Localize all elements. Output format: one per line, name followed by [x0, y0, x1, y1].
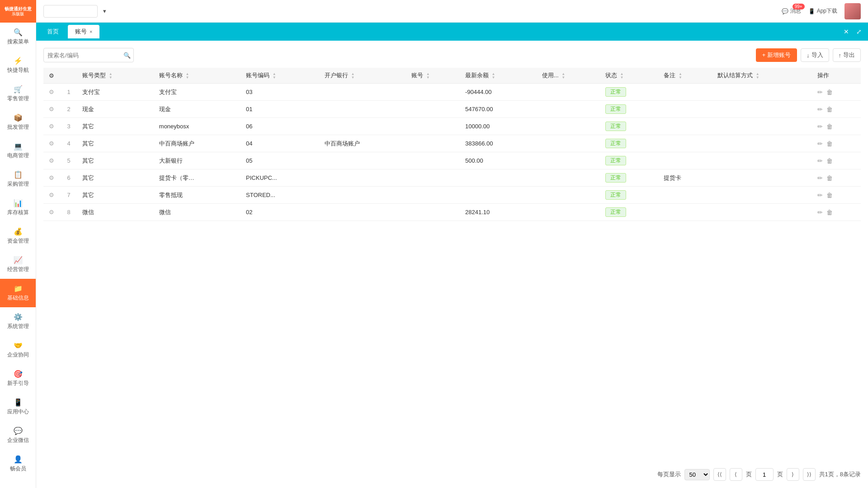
row-bank-0: [320, 84, 407, 101]
edit-button-0[interactable]: ✏: [817, 89, 823, 96]
table-row: ⚙ 3 其它 moneybosx 06 10000.00 正常 ✏ 🗑: [43, 118, 861, 135]
tab-close-window-icon[interactable]: ✕: [841, 27, 852, 36]
delete-button-0[interactable]: 🗑: [826, 89, 833, 96]
delete-button-7[interactable]: 🗑: [826, 209, 833, 216]
edit-button-6[interactable]: ✏: [817, 192, 823, 199]
th-default-payment[interactable]: 默认结算方式 ▲▼: [713, 68, 813, 84]
th-balance[interactable]: 最新余额 ▲▼: [461, 68, 538, 84]
row-name-0: 支付宝: [155, 84, 241, 101]
row-account-1: [407, 101, 461, 118]
th-bank[interactable]: 开户银行 ▲▼: [320, 68, 407, 84]
gear-icon[interactable]: ⚙: [49, 72, 54, 79]
sidebar-item-app-center[interactable]: 📱 应用中心: [0, 393, 36, 421]
delete-button-4[interactable]: 🗑: [826, 157, 833, 164]
user-avatar[interactable]: [844, 3, 861, 19]
row-settings-3[interactable]: ⚙: [43, 135, 60, 152]
toolbar-right: + 新增账号 ↓ 导入 ↑ 导出: [756, 48, 861, 62]
topbar-search-input[interactable]: [43, 5, 98, 18]
row-settings-2[interactable]: ⚙: [43, 118, 60, 135]
edit-button-2[interactable]: ✏: [817, 123, 823, 130]
sidebar-item-quick-nav[interactable]: ⚡ 快捷导航: [0, 51, 36, 80]
last-page-button[interactable]: ⟩⟩: [803, 468, 816, 481]
sort-icon-name: ▲▼: [185, 72, 189, 80]
sidebar-item-purchase-mgmt[interactable]: 📋 采购管理: [0, 165, 36, 193]
row-num-6: 7: [60, 187, 78, 204]
th-settings[interactable]: ⚙: [43, 68, 60, 84]
sidebar-item-search-menu[interactable]: 🔍 搜索菜单: [0, 23, 36, 51]
export-button[interactable]: ↑ 导出: [833, 48, 861, 62]
row-settings-0[interactable]: ⚙: [43, 84, 60, 101]
topbar-dropdown[interactable]: ▾: [103, 8, 106, 14]
search-icon[interactable]: 🔍: [123, 52, 131, 59]
row-status-0: 正常: [601, 84, 659, 101]
sidebar-item-member[interactable]: 👤 畅会员: [0, 450, 36, 478]
import-button[interactable]: ↓ 导入: [801, 48, 829, 62]
row-settings-7[interactable]: ⚙: [43, 204, 60, 221]
th-account-code[interactable]: 账号编码 ▲▼: [241, 68, 320, 84]
next-page-button[interactable]: ⟩: [787, 468, 799, 481]
to-page-label: 页: [777, 470, 783, 479]
topbar-message-button[interactable]: 💬 消息 99+: [782, 7, 801, 15]
page-size-select[interactable]: 50 100 200: [684, 469, 710, 480]
row-account-6: [407, 187, 461, 204]
sidebar-item-retail-mgmt[interactable]: 🛒 零售管理: [0, 80, 36, 108]
sidebar-item-inventory-calc[interactable]: 📊 库存核算: [0, 193, 36, 222]
th-note[interactable]: 备注 ▲▼: [659, 68, 713, 84]
delete-button-2[interactable]: 🗑: [826, 123, 833, 130]
tab-close-icon[interactable]: ×: [90, 29, 92, 34]
row-bank-2: [320, 118, 407, 135]
sidebar-item-basic-info[interactable]: 📁 基础信息: [0, 279, 36, 307]
row-status-7: 正常: [601, 204, 659, 221]
topbar-app-download[interactable]: 📱 App下载: [808, 7, 837, 15]
sidebar-item-ops-mgmt[interactable]: 📈 经营管理: [0, 250, 36, 279]
row-usage-0: [538, 84, 601, 101]
row-action-1: ✏ 🗑: [813, 101, 861, 118]
row-code-4: 05: [241, 152, 320, 169]
tab-expand-icon[interactable]: ⤢: [854, 27, 864, 36]
sys-mgmt-icon: ⚙️: [2, 313, 34, 321]
th-status[interactable]: 状态 ▲▼: [601, 68, 659, 84]
edit-button-4[interactable]: ✏: [817, 157, 823, 164]
tabbar: 首页 账号 × ✕ ⤢: [36, 23, 868, 41]
delete-button-3[interactable]: 🗑: [826, 140, 833, 147]
row-name-4: 大新银行: [155, 152, 241, 169]
search-box: 🔍: [43, 48, 134, 62]
first-page-button[interactable]: ⟨⟨: [713, 468, 726, 481]
row-note-2: [659, 118, 713, 135]
content-area: 🔍 + 新增账号 ↓ 导入 ↑ 导出: [36, 41, 868, 488]
th-account-name[interactable]: 账号名称 ▲▼: [155, 68, 241, 84]
sort-icon-code: ▲▼: [273, 72, 276, 80]
account-search-input[interactable]: [47, 52, 123, 59]
sidebar-item-fund-mgmt[interactable]: 💰 资金管理: [0, 222, 36, 250]
th-usage[interactable]: 使用... ▲▼: [538, 68, 601, 84]
edit-button-3[interactable]: ✏: [817, 140, 823, 147]
th-account-no[interactable]: 账号 ▲▼: [407, 68, 461, 84]
row-action-5: ✏ 🗑: [813, 169, 861, 187]
tab-home[interactable]: 首页: [40, 25, 66, 38]
sidebar-item-corp-agreement[interactable]: 🤝 企业协同: [0, 336, 36, 364]
sidebar-item-sys-mgmt[interactable]: ⚙️ 系统管理: [0, 307, 36, 336]
row-type-3: 其它: [78, 135, 155, 152]
sidebar-item-ecom-mgmt[interactable]: 💻 电商管理: [0, 136, 36, 165]
add-account-button[interactable]: + 新增账号: [756, 48, 797, 62]
prev-page-button[interactable]: ⟨: [730, 468, 742, 481]
edit-button-1[interactable]: ✏: [817, 106, 823, 113]
sidebar-item-corp-wechat[interactable]: 💬 企业微信: [0, 421, 36, 450]
tab-account[interactable]: 账号 ×: [68, 25, 99, 38]
edit-button-5[interactable]: ✏: [817, 174, 823, 182]
row-settings-5[interactable]: ⚙: [43, 169, 60, 187]
row-settings-6[interactable]: ⚙: [43, 187, 60, 204]
app-logo: 畅捷通好生意 乐版版: [0, 0, 36, 23]
row-settings-1[interactable]: ⚙: [43, 101, 60, 118]
sidebar-item-new-guide[interactable]: 🎯 新手引导: [0, 364, 36, 393]
delete-button-6[interactable]: 🗑: [826, 192, 833, 199]
edit-button-7[interactable]: ✏: [817, 209, 823, 216]
th-account-type[interactable]: 账号类型 ▲▼: [78, 68, 155, 84]
row-name-2: moneybosx: [155, 118, 241, 135]
delete-button-1[interactable]: 🗑: [826, 106, 833, 113]
row-settings-4[interactable]: ⚙: [43, 152, 60, 169]
page-number-input[interactable]: [755, 468, 774, 481]
sidebar-item-wholesale-mgmt[interactable]: 📦 批发管理: [0, 108, 36, 136]
delete-button-5[interactable]: 🗑: [826, 174, 833, 182]
sort-icon-usage: ▲▼: [561, 72, 565, 80]
